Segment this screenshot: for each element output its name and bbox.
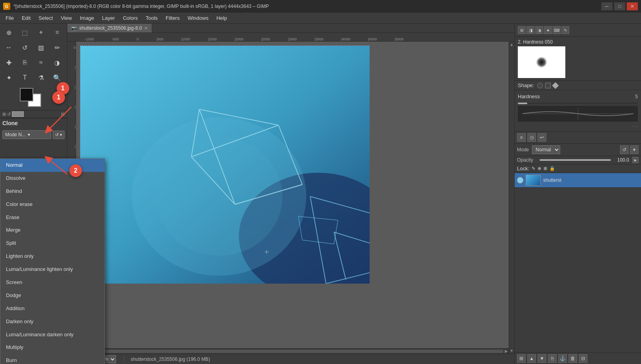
brush-tab-4[interactable]: ★ xyxy=(544,26,552,34)
dropdown-item-0[interactable]: Normal xyxy=(0,159,105,172)
warp-tool[interactable]: ↺ xyxy=(18,40,32,55)
dropdown-item-1[interactable]: Dissolve xyxy=(0,172,105,185)
close-button[interactable]: ✕ xyxy=(627,2,638,10)
menu-item-select[interactable]: Select xyxy=(34,13,57,23)
menu-item-help[interactable]: Help xyxy=(212,13,231,23)
layers-history-btn[interactable]: ◷ xyxy=(527,133,536,142)
lock-all-icon[interactable]: 🔒 xyxy=(549,166,555,171)
horizontal-scrollbar[interactable]: ◀ ▶ xyxy=(76,348,509,354)
fg-bg-colors[interactable]: 1 xyxy=(20,88,48,109)
layer-visibility-eye[interactable] xyxy=(517,177,523,183)
text-tool[interactable]: T xyxy=(18,71,32,85)
maximize-button[interactable]: □ xyxy=(614,2,625,10)
bucket-fill-tool[interactable]: ▧ xyxy=(34,40,48,55)
hardness-label: Hardness xyxy=(518,93,540,99)
shape-square-option[interactable] xyxy=(545,83,551,88)
mode-dropdown-button[interactable]: Mode N... ▾ xyxy=(2,130,51,139)
hardness-slider-track[interactable] xyxy=(518,103,638,104)
shape-circle-option[interactable] xyxy=(537,83,543,88)
color-picker-tool[interactable]: ⚗ xyxy=(34,71,48,85)
menu-item-layer[interactable]: Layer xyxy=(98,13,119,23)
dropdown-item-11[interactable]: Addition xyxy=(0,302,105,315)
dropdown-item-8[interactable]: Luma/Luminance lighten only xyxy=(0,263,105,276)
menu-item-windows[interactable]: Windows xyxy=(183,13,212,23)
heal-tool[interactable]: ✚ xyxy=(2,55,16,70)
dropdown-item-13[interactable]: Luma/Luminance darken only xyxy=(0,328,105,341)
menu-item-colors[interactable]: Colors xyxy=(119,13,142,23)
path-tool[interactable]: ✦ xyxy=(2,71,16,85)
dropdown-item-6[interactable]: Split xyxy=(0,237,105,250)
menu-item-filters[interactable]: Filters xyxy=(162,13,183,23)
dropdown-item-14[interactable]: Multiply xyxy=(0,341,105,354)
layers-mode-select[interactable]: Normal Multiply Screen xyxy=(532,145,560,154)
tool-options-icon2[interactable]: ↺ xyxy=(7,112,11,117)
image-tab[interactable]: 📷 shutterstock_2535506.jpg-8.0 ✕ xyxy=(67,24,152,32)
crop-tool[interactable]: ⌗ xyxy=(50,25,64,40)
dropdown-item-5[interactable]: Merge xyxy=(0,224,105,237)
transform-tool[interactable]: ↔ xyxy=(2,40,16,55)
lasso-tool[interactable]: ⌖ xyxy=(34,25,48,40)
layers-raise-btn[interactable]: ▲ xyxy=(527,354,536,363)
dropdown-item-4[interactable]: Erase xyxy=(0,211,105,224)
opacity-slider[interactable] xyxy=(540,159,611,161)
lock-alpha-icon[interactable]: ⊕ xyxy=(538,166,541,171)
tool-options-icon1[interactable]: ⊞ xyxy=(2,112,6,117)
tool-options-expand[interactable]: ⊟ xyxy=(61,112,65,117)
canvas-viewport[interactable]: ▲ ▼ ◀ ▶ xyxy=(76,42,514,354)
paintbrush-tool[interactable]: ✏ xyxy=(50,40,64,55)
foreground-color[interactable] xyxy=(20,88,33,101)
layers-edit-btn[interactable]: ↺ xyxy=(620,145,629,154)
brush-tab-3[interactable]: ◑ xyxy=(535,26,543,34)
dropdown-item-3[interactable]: Color erase xyxy=(0,198,105,211)
clone-tool active[interactable]: ⎘ xyxy=(18,55,32,70)
layers-merge-btn[interactable]: ⊟ xyxy=(579,354,588,363)
brush-tab-1[interactable]: ⊞ xyxy=(518,26,526,34)
move-tool[interactable]: ⊕ xyxy=(2,25,16,40)
tool-icons-grid: ⊕ ⬚ ⌖ ⌗ ↔ ↺ ▧ ✏ ✚ ⎘ ≈ ◑ ✦ T ⚗ 🔍 xyxy=(0,24,67,86)
smudge-tool[interactable]: ≈ xyxy=(34,55,48,70)
menu-bar: FileEditSelectViewImageLayerColorsToolsF… xyxy=(0,13,641,24)
dropdown-item-9[interactable]: Screen xyxy=(0,276,105,289)
dodge-burn-tool[interactable]: ◑ xyxy=(50,55,64,70)
layers-new-group-btn[interactable]: ⊞ xyxy=(517,354,526,363)
layers-anchor-btn[interactable]: ⚓ xyxy=(558,354,567,363)
main-layout: ⊕ ⬚ ⌖ ⌗ ↔ ↺ ▧ ✏ ✚ ⎘ ≈ ◑ ✦ T ⚗ 🔍 1 xyxy=(0,24,641,364)
scroll-up-icon[interactable]: ▲ xyxy=(509,42,514,48)
tab-close-icon[interactable]: ✕ xyxy=(144,26,148,31)
dropdown-item-7[interactable]: Lighten only xyxy=(0,250,105,263)
lock-position-icon[interactable]: ⊞ xyxy=(544,166,547,171)
scroll-right-icon[interactable]: ▶ xyxy=(504,348,509,354)
reset-button[interactable]: ↺ ▾ xyxy=(53,131,65,139)
annotation-circle-2: 2 xyxy=(69,164,82,177)
vertical-scrollbar[interactable]: ▲ ▼ xyxy=(509,42,514,354)
brush-tab-5[interactable]: ⌨ xyxy=(553,26,561,34)
dropdown-item-2[interactable]: Behind xyxy=(0,185,105,198)
menu-item-tools[interactable]: Tools xyxy=(142,13,162,23)
dropdown-item-15[interactable]: Burn xyxy=(0,354,105,364)
layers-undo-btn[interactable]: ↩ xyxy=(538,133,546,142)
dropdown-item-12[interactable]: Darken only xyxy=(0,315,105,328)
hardness-dots: · · · xyxy=(518,123,638,130)
canvas-area: 📷 shutterstock_2535506.jpg-8.0 ✕ -1000 -… xyxy=(67,24,514,364)
scroll-down-icon[interactable]: ▼ xyxy=(509,348,514,354)
file-info: shutterstock_2535506.jpg (196.0 MB) xyxy=(131,356,210,362)
rect-select-tool[interactable]: ⬚ xyxy=(18,25,32,40)
dropdown-item-10[interactable]: Dodge xyxy=(0,289,105,302)
menu-item-edit[interactable]: Edit xyxy=(18,13,34,23)
menu-item-file[interactable]: File xyxy=(2,13,18,23)
layer-item[interactable]: shutterst xyxy=(515,173,641,188)
layers-delete-btn[interactable]: 🗑 xyxy=(569,354,577,363)
layers-channels-btn[interactable]: ≡ xyxy=(517,133,526,142)
minimize-button[interactable]: ─ xyxy=(601,2,612,10)
shape-diamond-option[interactable] xyxy=(552,82,559,89)
layers-lower-btn[interactable]: ▼ xyxy=(538,354,546,363)
layers-duplicate-btn[interactable]: ⎘ xyxy=(548,354,557,363)
layers-view-btn[interactable]: ▾ xyxy=(630,145,639,154)
menu-item-image[interactable]: Image xyxy=(76,13,98,23)
menu-item-view[interactable]: View xyxy=(57,13,76,23)
scroll-thumb-horizontal[interactable] xyxy=(82,350,503,353)
lock-pixels-icon[interactable]: ✎ xyxy=(532,166,535,171)
brush-tab-2[interactable]: ◨ xyxy=(527,26,534,34)
opacity-expand-btn[interactable]: ▸ xyxy=(632,157,639,163)
brush-tab-6[interactable]: ✎ xyxy=(561,26,569,34)
